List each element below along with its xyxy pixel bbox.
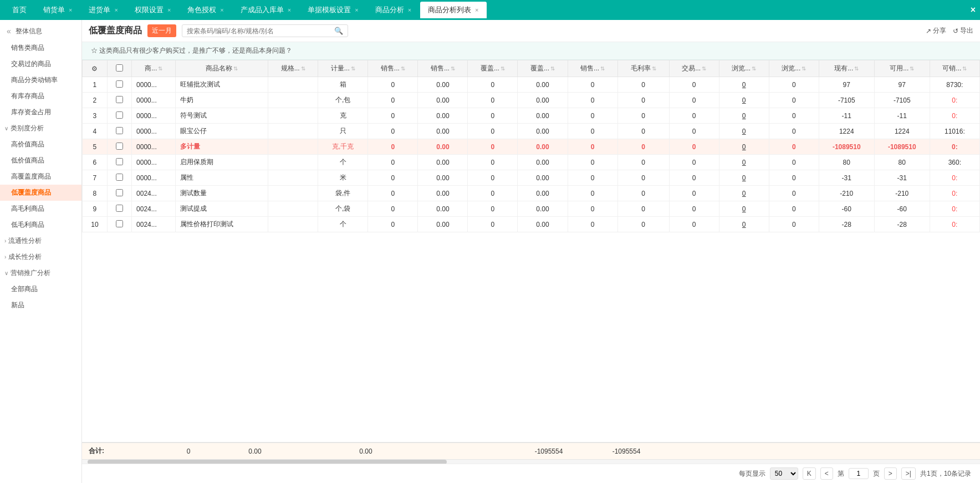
row-checkbox[interactable] [116, 80, 123, 88]
row-checkbox[interactable] [116, 205, 123, 212]
share-button[interactable]: ↗ 分享 [926, 26, 946, 35]
col-margin[interactable]: 毛利率⇅ [617, 60, 669, 77]
nav-tab-inbound[interactable]: 产成品入库单 × [233, 2, 299, 18]
sidebar-item-high-margin[interactable]: 高毛利商品 [0, 201, 81, 217]
sidebar-collapse-btn[interactable]: « [4, 26, 13, 37]
browse1-link[interactable]: 0 [742, 112, 746, 120]
close-sales-tab-icon[interactable]: × [69, 7, 72, 13]
cell-browse1[interactable]: 0 [719, 124, 769, 139]
sidebar-item-new-goods[interactable]: 新品 [0, 297, 81, 313]
col-sales-qty[interactable]: 销售...⇅ [368, 60, 418, 77]
cell-checkbox[interactable] [107, 108, 131, 124]
row-checkbox[interactable] [116, 143, 123, 150]
col-checkbox[interactable] [107, 60, 131, 77]
sidebar-item-high-coverage[interactable]: 高覆盖度商品 [0, 169, 81, 185]
close-template-tab-icon[interactable]: × [355, 7, 358, 13]
page-number-input[interactable] [849, 468, 869, 479]
col-sales-num[interactable]: 销售...⇅ [568, 60, 617, 77]
sidebar-section-marketing[interactable]: ∨ 营销推广分析 [0, 265, 81, 281]
close-purchase-tab-icon[interactable]: × [114, 7, 118, 13]
select-all-checkbox[interactable] [116, 64, 123, 72]
cell-checkbox[interactable] [107, 201, 131, 217]
nav-tab-sales[interactable]: 销货单 × [35, 2, 80, 18]
cell-browse1[interactable]: 0 [719, 217, 769, 232]
col-browse1[interactable]: 浏览...⇅ [719, 60, 769, 77]
row-checkbox[interactable] [116, 220, 123, 227]
browse1-link[interactable]: 0 [742, 190, 746, 197]
col-sku[interactable]: 商...⇅ [132, 60, 176, 77]
browse1-link[interactable]: 0 [742, 159, 746, 166]
sidebar-item-category-rate[interactable]: 商品分类动销率 [0, 72, 81, 88]
sidebar-section-flow[interactable]: › 流通性分析 [0, 233, 81, 249]
sidebar-section-growth[interactable]: › 成长性分析 [0, 249, 81, 265]
nav-tab-analysis[interactable]: 商品分析 × [368, 2, 419, 18]
nav-tab-purchase[interactable]: 进货单 × [81, 2, 125, 18]
cell-browse1[interactable]: 0 [719, 155, 769, 170]
nav-tab-template[interactable]: 单据模板设置 × [300, 2, 366, 18]
sidebar-item-sales-goods[interactable]: 销售类商品 [0, 40, 81, 56]
sidebar-item-stock-capital[interactable]: 库存资金占用 [0, 104, 81, 120]
first-page-button[interactable]: K [803, 467, 816, 480]
time-filter-button[interactable]: 近一月 [147, 24, 176, 37]
row-checkbox[interactable] [116, 127, 123, 134]
prev-page-button[interactable]: < [820, 467, 833, 480]
nav-tab-home[interactable]: 首页 [4, 2, 34, 18]
cell-checkbox[interactable] [107, 139, 131, 155]
nav-tab-role[interactable]: 角色授权 × [180, 2, 231, 18]
cell-checkbox[interactable] [107, 77, 131, 93]
col-cover1[interactable]: 覆盖...⇅ [468, 60, 518, 77]
table-container[interactable]: ⚙ 商...⇅ 商品名称⇅ 规格...⇅ 计量...⇅ 销售...⇅ 销售...… [82, 60, 980, 442]
last-page-button[interactable]: >| [901, 467, 916, 480]
col-stock1[interactable]: 现有...⇅ [819, 60, 874, 77]
row-checkbox[interactable] [116, 174, 123, 181]
col-browse2[interactable]: 浏览...⇅ [769, 60, 819, 77]
row-checkbox[interactable] [116, 189, 123, 196]
search-input[interactable] [187, 27, 332, 35]
row-checkbox[interactable] [116, 96, 123, 103]
col-settings[interactable]: ⚙ [83, 60, 108, 77]
sidebar-section-category[interactable]: ∨ 类别度分析 [0, 120, 81, 136]
cell-browse1[interactable]: 0 [719, 186, 769, 201]
close-analysis-list-tab-icon[interactable]: × [475, 7, 478, 13]
cell-checkbox[interactable] [107, 93, 131, 108]
close-inbound-tab-icon[interactable]: × [288, 7, 291, 13]
nav-tab-analysis-list[interactable]: 商品分析列表 × [420, 2, 486, 18]
col-spec[interactable]: 规格...⇅ [268, 60, 318, 77]
sidebar-item-in-stock[interactable]: 有库存商品 [0, 88, 81, 104]
browse1-link[interactable]: 0 [742, 205, 746, 213]
sidebar-item-low-value[interactable]: 低价值商品 [0, 152, 81, 169]
next-page-button[interactable]: > [884, 467, 897, 480]
cell-browse1[interactable]: 0 [719, 77, 769, 93]
close-all-tabs-button[interactable]: × [971, 5, 976, 15]
cell-checkbox[interactable] [107, 217, 131, 232]
row-checkbox[interactable] [116, 111, 123, 119]
per-page-select[interactable]: 50 10 20 100 [770, 467, 798, 480]
col-trade[interactable]: 交易...⇅ [669, 60, 719, 77]
export-button[interactable]: ↺ 导出 [953, 26, 973, 35]
sidebar-item-low-margin[interactable]: 低毛利商品 [0, 217, 81, 233]
cell-browse1[interactable]: 0 [719, 139, 769, 155]
col-stock2[interactable]: 可用...⇅ [874, 60, 930, 77]
close-role-tab-icon[interactable]: × [220, 7, 223, 13]
browse1-link[interactable]: 0 [742, 96, 746, 104]
cell-checkbox[interactable] [107, 124, 131, 139]
cell-browse1[interactable]: 0 [719, 108, 769, 124]
col-sales-amt[interactable]: 销售...⇅ [418, 60, 468, 77]
cell-browse1[interactable]: 0 [719, 170, 769, 186]
nav-tab-permission[interactable]: 权限设置 × [127, 2, 178, 18]
sidebar-item-traded-goods[interactable]: 交易过的商品 [0, 56, 81, 72]
col-sellable[interactable]: 可销...⇅ [930, 60, 979, 77]
close-permission-tab-icon[interactable]: × [167, 7, 171, 13]
horizontal-scrollbar[interactable] [82, 459, 980, 464]
col-cover2[interactable]: 覆盖...⇅ [518, 60, 568, 77]
browse1-link[interactable]: 0 [742, 81, 746, 89]
cell-browse1[interactable]: 0 [719, 201, 769, 217]
col-name[interactable]: 商品名称⇅ [176, 60, 268, 77]
browse1-link[interactable]: 0 [742, 221, 746, 228]
cell-checkbox[interactable] [107, 170, 131, 186]
sidebar-item-all-goods[interactable]: 全部商品 [0, 281, 81, 297]
cell-browse1[interactable]: 0 [719, 93, 769, 108]
cell-checkbox[interactable] [107, 155, 131, 170]
close-analysis-tab-icon[interactable]: × [408, 7, 411, 13]
browse1-link[interactable]: 0 [742, 143, 746, 151]
